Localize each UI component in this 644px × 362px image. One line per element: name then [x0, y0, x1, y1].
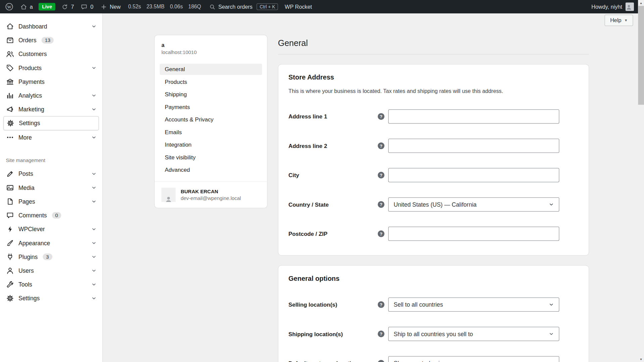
select-selling-location-s[interactable]: Sell to all countries	[388, 298, 559, 312]
form-row-postcode-zip: Postcode / ZIP?	[289, 227, 579, 241]
settings-tab-payments[interactable]: Payments	[160, 101, 262, 113]
scrollbar-up-arrow[interactable]: ▲	[638, 0, 644, 6]
input-address-line-1[interactable]	[388, 109, 559, 123]
site-menu[interactable]: a	[17, 0, 36, 13]
search-orders-button[interactable]: Search orders Ctrl + K	[205, 0, 282, 13]
settings-tab-shipping[interactable]: Shipping	[160, 89, 262, 100]
sidebar-item-settings[interactable]: Settings	[3, 116, 99, 130]
search-shortcut-hint: Ctrl + K	[257, 3, 278, 10]
chevron-down-icon	[91, 267, 97, 274]
field-label: Country / State	[289, 201, 378, 208]
sidebar-item-products[interactable]: Products	[0, 61, 102, 74]
settings-tab-integration[interactable]: Integration	[160, 139, 262, 151]
help-icon[interactable]: ?	[378, 330, 385, 337]
updates-indicator[interactable]: 7	[58, 0, 78, 13]
page-title: General	[278, 35, 589, 55]
wp-rocket-menu[interactable]: WP Rocket	[282, 0, 315, 13]
perf-stat: 186Q	[188, 4, 201, 9]
comment-count: 0	[90, 4, 93, 10]
sidebar-section-label: Site management	[6, 158, 102, 163]
products-icon	[6, 63, 14, 72]
sidebar-item-customers[interactable]: Customers	[0, 47, 102, 61]
sidebar-item-more[interactable]: More	[0, 130, 102, 144]
sidebar-main-nav: DashboardOrders13CustomersProductsPaymen…	[0, 19, 102, 144]
settings-tab-site-visibility[interactable]: Site visibility	[160, 152, 262, 163]
sidebar-site-nav: PostsMediaPagesComments0WPCleverAppearan…	[0, 167, 102, 305]
help-icon[interactable]: ?	[378, 113, 385, 120]
sidebar-item-orders[interactable]: Orders13	[0, 33, 102, 47]
form-row-default-customer-location: Default customer location?Shop country/r…	[289, 356, 579, 362]
input-address-line-2[interactable]	[388, 139, 559, 153]
users-icon	[6, 266, 14, 275]
help-icon[interactable]: ?	[378, 172, 385, 178]
sidebar-item-plugins[interactable]: Plugins3	[0, 250, 102, 263]
sidebar-item-label: Settings	[18, 295, 40, 302]
scrollbar[interactable]: ▲ ▼	[638, 0, 644, 362]
form-row-city: City?	[289, 168, 579, 182]
person-icon	[626, 2, 634, 11]
sidebar-item-tools[interactable]: Tools	[0, 277, 102, 291]
field-label: City	[289, 172, 378, 178]
sidebar-item-users[interactable]: Users	[0, 263, 102, 277]
help-icon[interactable]: ?	[378, 301, 385, 308]
sidebar-item-marketing[interactable]: Marketing	[0, 102, 102, 116]
chevron-down-icon	[91, 198, 97, 205]
settings-tab-emails[interactable]: Emails	[160, 126, 262, 138]
caret-down-icon: ▼	[624, 18, 628, 22]
media-icon	[6, 183, 14, 192]
account-menu[interactable]: Howdy, niyht	[591, 2, 636, 11]
help-icon[interactable]: ?	[378, 360, 385, 362]
chevron-down-icon	[548, 201, 555, 208]
comment-icon	[81, 3, 88, 10]
marketing-icon	[6, 105, 14, 113]
chevron-down-icon	[91, 134, 97, 141]
sidebar-item-label: Pages	[18, 198, 35, 205]
sidebar-item-posts[interactable]: Posts	[0, 167, 102, 180]
scrollbar-down-arrow[interactable]: ▼	[638, 356, 644, 362]
chevron-down-icon	[91, 295, 97, 302]
help-button[interactable]: Help ▼	[605, 15, 633, 26]
sidebar-item-appearance[interactable]: Appearance	[0, 236, 102, 250]
sidebar-item-wpclever[interactable]: WPClever	[0, 222, 102, 236]
query-monitor-stats[interactable]: 0.52s23.5MB0.06s186Q	[124, 4, 205, 9]
sidebar-item-label: Marketing	[18, 106, 44, 112]
comments-indicator[interactable]: 0	[77, 0, 97, 13]
settings-tab-accounts-privacy[interactable]: Accounts & Privacy	[160, 114, 262, 125]
sidebar-item-analytics[interactable]: Analytics	[0, 88, 102, 102]
settings-tab-general[interactable]: General	[160, 64, 262, 75]
settings-user-panel: BURAK ERCAN dev-email@wpengine.local	[155, 182, 267, 208]
select-value: Sell to all countries	[394, 301, 443, 308]
wordpress-logo-menu[interactable]: W	[2, 0, 17, 13]
input-city[interactable]	[388, 168, 559, 182]
site-name: a	[30, 4, 33, 10]
settings-tab-advanced[interactable]: Advanced	[160, 164, 262, 176]
sidebar-item-payments[interactable]: Payments	[0, 74, 102, 88]
input-postcode-zip[interactable]	[388, 227, 559, 241]
environment-live-badge[interactable]: Live	[39, 3, 55, 10]
comments-icon	[6, 211, 14, 219]
settings-site-name: a	[161, 42, 260, 48]
count-badge: 0	[52, 212, 61, 218]
form-row-country-state: Country / State?United States (US) — Cal…	[289, 197, 579, 211]
select-country-state[interactable]: United States (US) — California	[388, 197, 559, 211]
more-icon	[6, 133, 14, 141]
help-icon[interactable]: ?	[378, 230, 385, 237]
form-row-address-line-1: Address line 1?	[289, 109, 579, 123]
sidebar-item-label: Tools	[18, 281, 32, 288]
field-label: Shipping location(s)	[289, 331, 378, 337]
select-shipping-location-s[interactable]: Ship to all countries you sell to	[388, 327, 559, 341]
section-description: This is where your business is located. …	[289, 88, 579, 94]
select-default-customer-location[interactable]: Shop country/region	[388, 356, 559, 362]
sidebar-item-comments[interactable]: Comments0	[0, 208, 102, 222]
scrollbar-thumb[interactable]	[638, 6, 644, 105]
select-value: Ship to all countries you sell to	[394, 330, 473, 337]
sidebar-item-settings[interactable]: Settings	[0, 291, 102, 305]
chevron-down-icon	[91, 64, 97, 71]
sidebar-item-media[interactable]: Media	[0, 180, 102, 194]
new-content-button[interactable]: New	[97, 0, 124, 13]
sidebar-item-dashboard[interactable]: Dashboard	[0, 19, 102, 33]
settings-tab-products[interactable]: Products	[160, 76, 262, 88]
sidebar-item-pages[interactable]: Pages	[0, 194, 102, 208]
help-icon[interactable]: ?	[378, 201, 385, 208]
help-icon[interactable]: ?	[378, 143, 385, 149]
